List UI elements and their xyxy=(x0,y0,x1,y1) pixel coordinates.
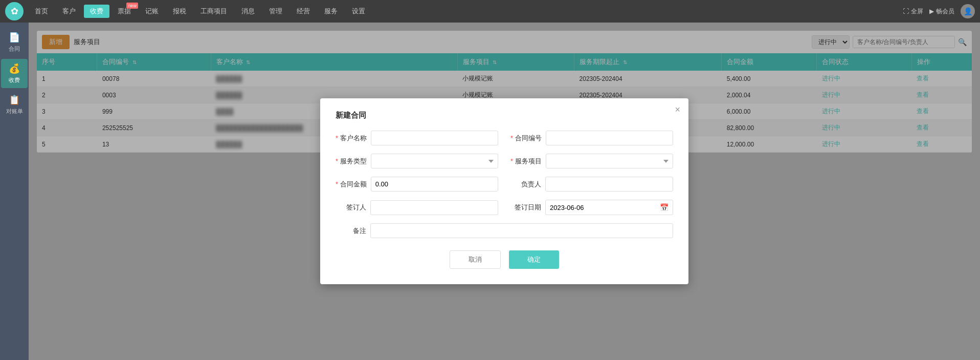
sidebar-item-contract-label: 合同 xyxy=(9,45,20,53)
signer-label: 签订人 xyxy=(336,203,366,212)
form-row-1: 客户名称 合同编号 xyxy=(336,131,673,145)
nav-item-manage[interactable]: 管理 xyxy=(263,5,288,18)
service-item-label: 服务项目 xyxy=(510,157,542,166)
contract-no-input[interactable] xyxy=(546,131,673,145)
sign-date-label: 签订日期 xyxy=(510,203,541,212)
field-sign-date: 签订日期 📅 xyxy=(510,200,673,215)
new-contract-modal: 新建合同 × 客户名称 合同编号 服务类型 xyxy=(320,98,688,284)
customer-label: 客户名称 xyxy=(336,134,367,143)
nav-item-bookkeeping[interactable]: 记账 xyxy=(139,5,165,18)
calendar-icon[interactable]: 📅 xyxy=(660,203,669,211)
sidebar: 📄 合同 💰 收费 📋 对账单 xyxy=(0,23,29,360)
nav-item-service[interactable]: 服务 xyxy=(318,5,344,18)
responsible-input[interactable] xyxy=(545,177,673,192)
fullscreen-icon: ⛶ xyxy=(903,8,909,15)
field-service-type: 服务类型 xyxy=(336,154,498,168)
sidebar-item-charge-label: 收费 xyxy=(9,76,20,84)
nav-item-commerce[interactable]: 工商项目 xyxy=(194,5,233,18)
nav-item-customer[interactable]: 客户 xyxy=(56,5,82,18)
sidebar-item-charge[interactable]: 💰 收费 xyxy=(1,59,28,88)
sign-date-wrapper: 📅 xyxy=(545,200,673,215)
statement-icon: 📋 xyxy=(9,94,20,105)
form-row-3: 合同金额 负责人 xyxy=(336,177,673,192)
fullscreen-button[interactable]: ⛶ 全屏 xyxy=(903,7,923,16)
form-row-4: 签订人 签订日期 📅 xyxy=(336,200,673,215)
modal-close-button[interactable]: × xyxy=(675,104,680,115)
service-type-select[interactable] xyxy=(371,154,498,168)
service-item-select[interactable] xyxy=(546,154,673,168)
field-responsible: 负责人 xyxy=(510,177,673,192)
field-customer: 客户名称 xyxy=(336,131,498,145)
main-layout: 📄 合同 💰 收费 📋 对账单 新增 服务项目 进行中 已完成 已终止 xyxy=(0,23,980,360)
remark-label: 备注 xyxy=(336,226,366,236)
field-service-item: 服务项目 xyxy=(510,154,673,168)
avatar[interactable]: 👤 xyxy=(961,4,975,18)
form-row-2: 服务类型 服务项目 xyxy=(336,154,673,168)
field-amount: 合同金额 xyxy=(336,177,498,192)
sidebar-item-statement[interactable]: 📋 对账单 xyxy=(1,90,28,119)
responsible-label: 负责人 xyxy=(510,180,541,189)
app-logo: ✿ xyxy=(5,2,24,20)
sidebar-item-statement-label: 对账单 xyxy=(6,108,23,115)
member-button[interactable]: ▶ 畅会员 xyxy=(929,7,954,16)
nav-item-message[interactable]: 消息 xyxy=(235,5,261,18)
cancel-button[interactable]: 取消 xyxy=(450,250,501,269)
sign-date-input[interactable] xyxy=(550,204,658,211)
modal-footer: 取消 确定 xyxy=(336,250,673,269)
customer-input[interactable] xyxy=(371,131,498,145)
modal-overlay: 新建合同 × 客户名称 合同编号 服务类型 xyxy=(29,23,980,360)
nav-item-settings[interactable]: 设置 xyxy=(346,5,371,18)
top-navigation: ✿ 首页 客户 收费 票据 new 记账 报税 工商项目 消息 管理 经营 服务… xyxy=(0,0,980,23)
field-remark: 备注 xyxy=(336,223,673,238)
confirm-button[interactable]: 确定 xyxy=(509,250,559,269)
play-icon: ▶ xyxy=(929,8,934,15)
nav-item-operation[interactable]: 经营 xyxy=(291,5,316,18)
field-signer: 签订人 xyxy=(336,200,498,215)
field-contract-no: 合同编号 xyxy=(510,131,673,145)
signer-input[interactable] xyxy=(370,200,498,215)
contract-icon: 📄 xyxy=(9,32,20,43)
right-controls: ⛶ 全屏 ▶ 畅会员 👤 xyxy=(903,4,975,18)
nav-items: 首页 客户 收费 票据 new 记账 报税 工商项目 消息 管理 经营 服务 设… xyxy=(29,5,903,18)
sidebar-item-contract[interactable]: 📄 合同 xyxy=(1,28,28,57)
charge-icon: 💰 xyxy=(9,63,20,74)
nav-item-tax[interactable]: 报税 xyxy=(167,5,192,18)
new-badge: new xyxy=(126,3,138,9)
nav-item-invoice[interactable]: 票据 new xyxy=(112,5,137,18)
service-type-label: 服务类型 xyxy=(336,157,367,166)
modal-title: 新建合同 xyxy=(336,111,673,120)
content-area: 新增 服务项目 进行中 已完成 已终止 🔍 序号 合同编 xyxy=(29,23,980,360)
amount-label: 合同金额 xyxy=(336,180,367,189)
nav-item-home[interactable]: 首页 xyxy=(29,5,54,18)
remark-input[interactable] xyxy=(370,223,673,238)
amount-input[interactable] xyxy=(371,177,498,192)
form-row-5: 备注 xyxy=(336,223,673,238)
contract-no-label: 合同编号 xyxy=(510,134,542,143)
nav-item-charge[interactable]: 收费 xyxy=(84,5,109,18)
